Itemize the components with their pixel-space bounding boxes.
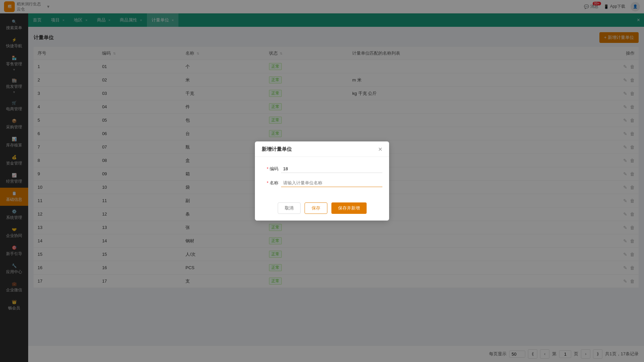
save-and-new-button[interactable]: 保存并新增 <box>331 202 367 214</box>
cancel-button[interactable]: 取消 <box>278 202 301 214</box>
code-input[interactable] <box>281 165 382 173</box>
modal-overlay: 新增计量单位 ✕ 编码 名称 取消 保存 保存并新增 <box>0 0 644 362</box>
modal-header: 新增计量单位 ✕ <box>255 141 389 157</box>
modal-title: 新增计量单位 <box>262 146 292 153</box>
save-button[interactable]: 保存 <box>305 202 327 214</box>
name-label: 名称 <box>262 180 278 186</box>
add-unit-modal: 新增计量单位 ✕ 编码 名称 取消 保存 保存并新增 <box>255 141 389 221</box>
form-row-name: 名称 <box>262 179 382 187</box>
modal-close-btn[interactable]: ✕ <box>378 146 382 153</box>
modal-body: 编码 名称 <box>255 157 389 198</box>
code-label: 编码 <box>262 166 278 172</box>
modal-footer: 取消 保存 保存并新增 <box>255 198 389 221</box>
name-input[interactable] <box>281 179 382 187</box>
form-row-code: 编码 <box>262 165 382 173</box>
